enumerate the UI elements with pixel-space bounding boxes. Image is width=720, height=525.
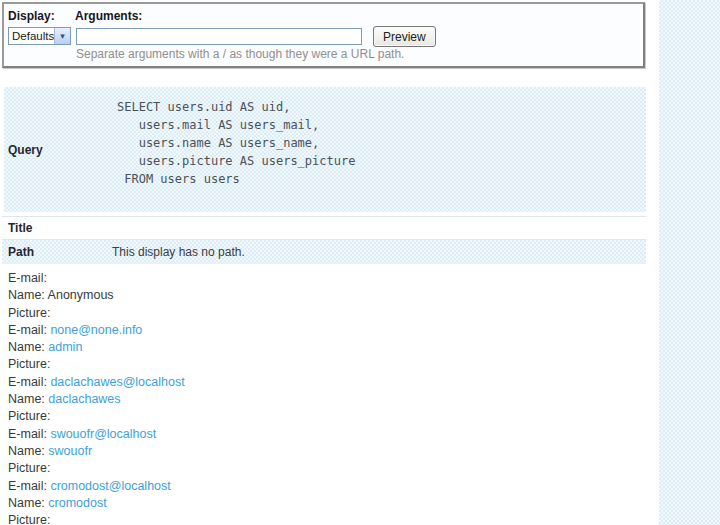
field-label: Name: (8, 340, 48, 354)
display-select-value: Defaults (9, 30, 54, 42)
field-label: E-mail: (8, 375, 50, 389)
preview-line: Picture: (8, 460, 628, 477)
chevron-down-icon: ▾ (54, 28, 70, 44)
name-link[interactable]: admin (48, 340, 82, 354)
arguments-input[interactable] (76, 28, 362, 45)
arguments-help-text: Separate arguments with a / as though th… (76, 47, 404, 61)
field-label: Picture: (8, 357, 50, 371)
query-label: Query (4, 87, 117, 212)
preview-line: E-mail: (8, 270, 628, 287)
field-label: Name: (8, 392, 48, 406)
field-label: Picture: (8, 306, 50, 320)
preview-line: Name: daclachawes (8, 391, 628, 408)
field-label: Name: (8, 444, 48, 458)
query-sql: SELECT users.uid AS uid, users.mail AS u… (117, 87, 355, 212)
field-label: Name: (8, 288, 48, 302)
name-link[interactable]: cromodost (48, 496, 106, 510)
name-link[interactable]: daclachawes (48, 392, 120, 406)
preview-line: Name: Anonymous (8, 287, 628, 304)
email-link[interactable]: daclachawes@localhost (50, 375, 184, 389)
preview-line: Picture: (8, 356, 628, 373)
field-label: Picture: (8, 461, 50, 475)
preview-line: E-mail: none@none.info (8, 322, 628, 339)
email-link[interactable]: swouofr@localhost (50, 427, 156, 441)
field-label: E-mail: (8, 271, 47, 285)
display-settings-rows: Title Path This display has no path. (2, 216, 646, 264)
email-link[interactable]: none@none.info (50, 323, 142, 337)
preview-line: E-mail: daclachawes@localhost (8, 374, 628, 391)
field-label: Name: (8, 496, 48, 510)
path-row: Path This display has no path. (2, 239, 646, 264)
email-link[interactable]: cromodost@localhost (50, 479, 170, 493)
field-label: E-mail: (8, 427, 50, 441)
preview-line: Picture: (8, 512, 628, 525)
display-select[interactable]: Defaults ▾ (8, 27, 71, 45)
query-section: Query SELECT users.uid AS uid, users.mai… (4, 87, 646, 212)
preview-line: Name: admin (8, 339, 628, 356)
preview-line: Picture: (8, 408, 628, 425)
preview-form: Display: Defaults ▾ Arguments: Preview S… (2, 2, 645, 68)
display-label: Display: (8, 9, 55, 23)
field-label: Picture: (8, 409, 50, 423)
preview-line: E-mail: swouofr@localhost (8, 426, 628, 443)
preview-line: E-mail: cromodost@localhost (8, 478, 628, 495)
preview-line: Picture: (8, 305, 628, 322)
path-label: Path (2, 245, 112, 259)
title-label: Title (2, 221, 112, 235)
path-value: This display has no path. (112, 245, 245, 259)
views-preview-page: Display: Defaults ▾ Arguments: Preview S… (0, 0, 720, 525)
field-value: Anonymous (48, 288, 114, 302)
preview-line: Name: swouofr (8, 443, 628, 460)
arguments-label: Arguments: (75, 9, 142, 23)
page-background-strip (659, 0, 720, 525)
preview-line: Name: cromodost (8, 495, 628, 512)
preview-list: E-mail: Name: AnonymousPicture: E-mail: … (8, 270, 628, 525)
field-label: Picture: (8, 513, 50, 525)
title-row: Title (2, 216, 646, 239)
preview-button[interactable]: Preview (373, 26, 436, 47)
field-label: E-mail: (8, 323, 50, 337)
name-link[interactable]: swouofr (48, 444, 92, 458)
field-label: E-mail: (8, 479, 50, 493)
